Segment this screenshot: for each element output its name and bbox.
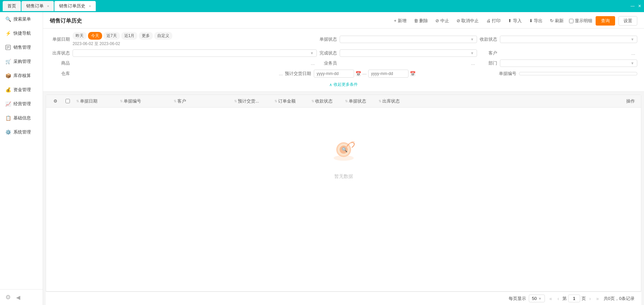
warehouse-dots[interactable]: ... <box>277 70 285 77</box>
delivery-date-to-cal[interactable]: 📅 <box>410 71 416 76</box>
filter-order-status: 单据状态 ▼ <box>317 36 477 43</box>
complete-select[interactable]: ▼ <box>340 49 477 57</box>
customer-input[interactable] <box>500 52 628 54</box>
sidebar-item-operation[interactable]: 📈 经营管理 <box>0 97 43 111</box>
close-icon[interactable]: ✕ <box>638 4 641 8</box>
warehouse-input[interactable] <box>73 72 275 75</box>
delivery-date-to[interactable] <box>368 70 409 78</box>
import-button[interactable]: ⬆ 导入 <box>506 17 524 25</box>
first-page-button[interactable]: « <box>548 295 554 302</box>
sidebar-settings-icon[interactable]: ⚙ <box>5 294 11 301</box>
query-button[interactable]: 查询 <box>596 16 615 26</box>
show-detail-input[interactable] <box>569 19 573 23</box>
sidebar-item-search-menu[interactable]: 🔍 搜索菜单 <box>0 12 43 26</box>
sidebar-item-system-label: 系统管理 <box>13 129 31 135</box>
content: 销售订单历史 + 新增 🗑 删除 ⊘ 中止 ⊘ 取消中止 🖨 打印 ⬆ 导入 ⬇… <box>43 12 644 305</box>
current-page-input[interactable] <box>568 295 580 302</box>
salesperson-dots[interactable]: ... <box>469 60 477 67</box>
stop-button[interactable]: ⊘ 中止 <box>433 17 451 25</box>
sidebar-collapse-icon[interactable]: ◀ <box>16 294 20 301</box>
filter-date: 单据日期 昨天 今天 近7天 近1月 更多 自定义 2023-06-02 至 2… <box>50 32 317 47</box>
delivery-date-from[interactable] <box>314 70 354 78</box>
date-tab-yesterday[interactable]: 昨天 <box>73 32 87 40</box>
select-all-checkbox[interactable] <box>66 99 70 103</box>
product-input[interactable] <box>73 62 307 65</box>
order-status-chevron: ▼ <box>470 37 474 41</box>
salesperson-control: ... <box>340 60 477 67</box>
order-no-input[interactable] <box>519 72 637 75</box>
tab-sales-order-close[interactable]: × <box>47 4 49 8</box>
order-status-label: 单据状态 <box>317 36 337 42</box>
date-tab-7days[interactable]: 近7天 <box>103 32 120 40</box>
tab-sales-order-history-label: 销售订单历史 <box>59 3 85 9</box>
page-size-select[interactable]: 50 ▼ <box>529 295 545 302</box>
sidebar-item-sales[interactable]: 销售管理 <box>0 40 43 54</box>
refresh-button[interactable]: ↻ 刷新 <box>548 17 566 25</box>
sidebar-item-inventory[interactable]: 📦 库存核算 <box>0 69 43 83</box>
payment-status-label: 收款状态 <box>477 36 497 42</box>
tab-sales-order-history[interactable]: 销售订单历史 × <box>54 1 95 11</box>
show-detail-checkbox[interactable]: 显示明细 <box>569 18 592 24</box>
sidebar-item-basic[interactable]: 📋 基础信息 <box>0 111 43 125</box>
prev-page-button[interactable]: ‹ <box>555 295 561 302</box>
filter-complete: 完成状态 ▼ <box>317 49 477 57</box>
sidebar-item-purchase[interactable]: 🛒 采购管理 <box>0 54 43 69</box>
collapse-bar[interactable]: ∧ 收起更多条件 <box>50 80 637 88</box>
capital-icon: 💰 <box>5 87 11 92</box>
th-customer[interactable]: ⇅ 客户 <box>171 98 231 104</box>
salesperson-input[interactable] <box>340 62 468 65</box>
stock-out-select[interactable]: ▼ <box>73 49 317 57</box>
set-button[interactable]: 设置 <box>618 16 637 26</box>
date-tab-today[interactable]: 今天 <box>88 32 102 40</box>
add-button[interactable]: + 新增 <box>392 17 408 25</box>
sidebar-item-operation-label: 经营管理 <box>13 101 31 107</box>
th-gear[interactable]: ⚙ <box>49 99 61 104</box>
delivery-date-from-cal[interactable]: 📅 <box>355 71 361 76</box>
payment-status-select[interactable]: ▼ <box>500 36 637 43</box>
sidebar-item-capital[interactable]: 💰 资金管理 <box>0 83 43 97</box>
date-filter-label: 单据日期 <box>50 36 70 42</box>
delete-button[interactable]: 🗑 删除 <box>412 17 430 25</box>
dept-select[interactable]: ▼ <box>500 60 637 67</box>
sidebar-item-sales-label: 销售管理 <box>13 44 31 50</box>
sales-icon <box>5 45 11 50</box>
purchase-icon: 🛒 <box>5 59 11 64</box>
print-button[interactable]: 🖨 打印 <box>484 17 503 25</box>
minimize-icon[interactable]: — <box>631 4 635 8</box>
th-amount[interactable]: ⇅ 订单金额 <box>272 98 309 104</box>
system-icon: ⚙️ <box>5 129 11 135</box>
date-tab-custom[interactable]: 自定义 <box>154 32 172 40</box>
th-order-status[interactable]: ⇅ 单据状态 <box>342 98 376 104</box>
th-date[interactable]: ⇅ 单据日期 <box>74 98 117 104</box>
th-pay-status[interactable]: ⇅ 收款状态 <box>309 98 342 104</box>
warehouse-label: 仓库 <box>50 71 70 77</box>
basic-icon: 📋 <box>5 115 11 121</box>
sidebar-item-system[interactable]: ⚙️ 系统管理 <box>0 125 43 139</box>
next-page-button[interactable]: › <box>587 295 593 302</box>
th-check[interactable] <box>61 99 74 103</box>
product-label: 商品 <box>50 60 70 66</box>
sidebar-item-quick-nav[interactable]: ⚡ 快捷导航 <box>0 26 43 40</box>
customer-dots[interactable]: ... <box>629 50 637 56</box>
date-tab-more[interactable]: 更多 <box>139 32 153 40</box>
product-dots[interactable]: ... <box>309 60 317 67</box>
tab-sales-order[interactable]: 销售订单 × <box>22 1 54 11</box>
last-page-button[interactable]: » <box>594 295 601 302</box>
sidebar-item-search-menu-label: 搜索菜单 <box>13 16 31 22</box>
page-suffix: 页 <box>582 296 586 302</box>
cancel-stop-button[interactable]: ⊘ 取消中止 <box>455 17 481 25</box>
order-status-select[interactable]: ▼ <box>340 36 477 43</box>
tab-home[interactable]: 首页 <box>3 1 21 11</box>
empty-text: 暂无数据 <box>334 174 353 180</box>
th-delivery-label: 预计交货... <box>238 98 259 104</box>
date-tab-1month[interactable]: 近1月 <box>121 32 138 40</box>
complete-chevron: ▼ <box>470 51 474 55</box>
sort-order-icon: ⇅ <box>345 99 348 103</box>
tab-sales-order-history-close[interactable]: × <box>89 4 91 8</box>
export-button[interactable]: ⬇ 导出 <box>527 17 545 25</box>
th-no[interactable]: ⇅ 单据编号 <box>117 98 171 104</box>
date-filter-control: 昨天 今天 近7天 近1月 更多 自定义 2023-06-02 至 2023-0… <box>73 32 317 47</box>
th-stock-status[interactable]: ⇅ 出库状态 <box>376 98 410 104</box>
sort-pay-icon: ⇅ <box>311 99 314 103</box>
th-delivery[interactable]: ⇅ 预计交货... <box>231 98 272 104</box>
